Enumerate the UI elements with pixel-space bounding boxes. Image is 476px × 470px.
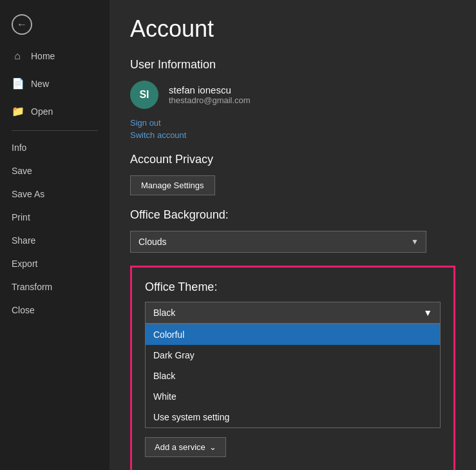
theme-option-black-label: Black [153,371,175,381]
theme-dropdown-arrow-icon: ▼ [423,308,432,318]
sidebar-divider [12,130,98,131]
office-theme-title: Office Theme: [145,280,441,294]
open-icon: 📁 [12,105,23,117]
back-button[interactable]: ← [0,6,109,43]
sidebar-new-label: New [31,79,49,89]
sidebar-export-label: Export [12,259,37,269]
sidebar-item-transform[interactable]: Transform [0,275,109,299]
office-theme-section: Office Theme: Black ▼ Colorful Dark Gray… [130,266,455,470]
sidebar-save-as-label: Save As [12,189,44,199]
sidebar-item-save-as[interactable]: Save As [0,182,109,206]
theme-option-white[interactable]: White [146,386,440,407]
sidebar-item-open[interactable]: 📁 Open [0,97,109,125]
sidebar-close-label: Close [12,305,35,315]
sidebar-item-new[interactable]: 📄 New [0,70,109,97]
sidebar-share-label: Share [12,235,35,246]
sidebar-open-label: Open [31,106,53,117]
theme-dropdown-current[interactable]: Black ▼ [145,302,441,324]
sidebar-transform-label: Transform [12,282,52,292]
sidebar-info-label: Info [12,142,26,153]
account-privacy-title: Account Privacy [130,153,455,166]
office-background-dropdown-wrapper: No Background Calligraphy Circles and St… [130,231,426,253]
user-details: stefan ionescu thestadro@gmail.com [169,84,251,105]
office-background-select[interactable]: No Background Calligraphy Circles and St… [130,231,426,253]
sidebar-print-label: Print [12,212,30,222]
sidebar-item-info[interactable]: Info [0,136,109,159]
page-title: Account [130,15,455,43]
user-info-row: SI stefan ionescu thestadro@gmail.com [130,81,455,109]
sign-out-button[interactable]: Sign out [130,118,161,128]
theme-options-list: Colorful Dark Gray Black White Use syste… [145,324,441,428]
sidebar: ← ⌂ Home 📄 New 📁 Open Info Save Save As … [0,0,109,470]
theme-dropdown-wrapper: Black ▼ Colorful Dark Gray Black White U… [145,302,441,428]
back-icon: ← [12,14,32,35]
sidebar-item-close[interactable]: Close [0,299,109,322]
user-information-title: User Information [130,58,455,72]
add-service-label: Add a service [155,442,205,452]
sidebar-item-share[interactable]: Share [0,229,109,252]
home-icon: ⌂ [12,50,23,62]
theme-option-dark-gray[interactable]: Dark Gray [146,345,440,366]
sidebar-item-save[interactable]: Save [0,159,109,182]
switch-account-button[interactable]: Switch account [130,130,186,140]
sidebar-home-label: Home [31,51,55,61]
user-name: stefan ionescu [169,84,251,95]
sidebar-save-label: Save [12,166,32,176]
sidebar-item-export[interactable]: Export [0,252,109,275]
theme-option-system-label: Use system setting [153,412,229,422]
theme-option-colorful[interactable]: Colorful [146,324,440,345]
office-background-title: Office Background: [130,208,455,222]
theme-current-value: Black [153,308,175,318]
manage-settings-button[interactable]: Manage Settings [130,175,215,195]
sidebar-item-home[interactable]: ⌂ Home [0,43,109,70]
add-a-service-button[interactable]: Add a service ⌄ [145,437,226,457]
office-background-section: Office Background: No Background Calligr… [130,208,455,253]
theme-option-system[interactable]: Use system setting [146,407,440,427]
add-service-arrow-icon: ⌄ [209,442,216,452]
avatar: SI [130,81,158,109]
theme-option-white-label: White [153,391,176,402]
theme-option-black[interactable]: Black [146,366,440,386]
account-privacy-section: Account Privacy Manage Settings [130,153,455,195]
new-icon: 📄 [12,77,23,90]
theme-option-dark-gray-label: Dark Gray [153,350,195,360]
theme-option-colorful-label: Colorful [153,329,184,340]
main-content: Account User Information SI stefan iones… [109,0,476,470]
user-email: thestadro@gmail.com [169,95,251,105]
sidebar-item-print[interactable]: Print [0,206,109,229]
